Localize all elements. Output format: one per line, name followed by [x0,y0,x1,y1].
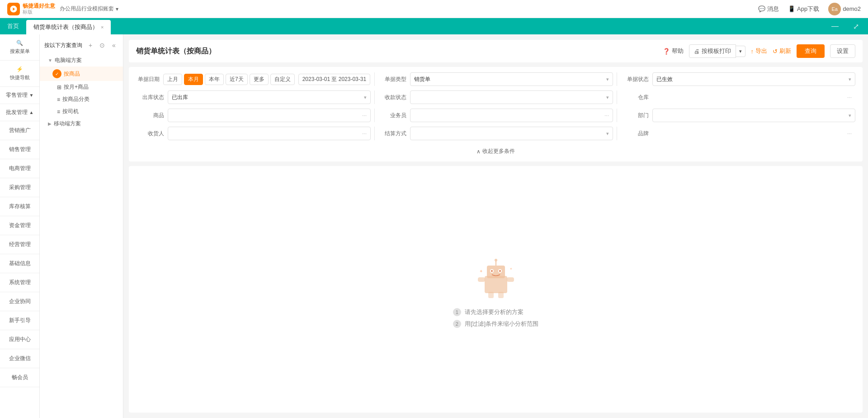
sidebar-item-quicknav[interactable]: ⚡ 快捷导航 [0,61,39,87]
user-menu[interactable]: Ea demo2 [828,3,861,15]
logo-text: 畅捷通好生意 标版 [23,3,55,15]
filter-out-status-item: 出库状态 已出库 ▾ [136,90,371,104]
collapse-arrow-icon: ∧ [476,148,481,155]
collapse-more-btn[interactable]: ∧ 收起更多条件 [136,145,855,156]
desktop-section-header[interactable]: ▼ 电脑端方案 [40,54,123,66]
mobile-section-header[interactable]: ▶ 移动端方案 [40,118,123,130]
sidebar-item-basic[interactable]: 基础信息 [0,254,39,273]
filter-warehouse-label: 仓库 [621,94,652,101]
tab-minimize-icon[interactable]: — [826,22,844,30]
date-current-month-btn[interactable]: 本月 [184,74,203,85]
filter-payment-status-control[interactable]: ▾ [410,90,613,104]
export-btn[interactable]: ↑ 导出 [751,47,768,55]
wholesale-arrow-icon: ▲ [29,110,34,115]
receiver-dots-icon: ··· [362,130,367,137]
main-layout: 🔍 搜索菜单 ⚡ 快捷导航 零售管理 ▼ 批发管理 ▲ 营销推广 销售管理 电商… [0,34,868,418]
divider-6 [617,109,617,122]
dept-arrow-icon: ▾ [849,113,851,119]
scheme-item-by-product[interactable]: ✓ 按商品 [40,66,123,81]
empty-hints: 1 请先选择要分析的方案 2 用[过滤]条件来缩小分析范围 [453,308,538,328]
filter-out-status-control[interactable]: 已出库 ▾ [168,90,371,104]
sidebar-item-wechat[interactable]: 企业微信 [0,349,39,368]
filter-brand-control[interactable]: ··· [652,127,855,140]
tab-home[interactable]: 首页 [0,18,26,34]
print-btn[interactable]: 🖨 按模板打印 [689,44,736,58]
filter-settle-item: 结算方式 ▾ [378,127,613,140]
filter-area: 单据日期 上月 本月 本年 近7天 更多 自定义 2023-03-01 至 20… [129,67,863,162]
filter-product-label: 商品 [136,112,168,119]
refresh-btn[interactable]: ↺ 刷新 [773,47,791,55]
logo-area: 畅捷通好生意 标版 [7,3,55,15]
filter-salesperson-control[interactable]: ··· [410,109,613,122]
settings-btn[interactable]: 设置 [830,44,855,58]
date-last-7-btn[interactable]: 近7天 [226,74,248,85]
filter-settle-control[interactable]: ▾ [410,127,613,140]
tab-expand-icon[interactable]: ⤢ [848,22,864,31]
filter-receiver-item: 收货人 ··· [136,127,371,140]
topbar-subtitle-dropdown[interactable]: 办公用品行业模拟账套 ▾ [60,5,118,13]
divider-2 [617,72,617,86]
svg-rect-0 [485,276,507,293]
date-current-year-btn[interactable]: 本年 [205,74,224,85]
date-custom-btn[interactable]: 自定义 [270,74,295,85]
tab-active[interactable]: 销货单统计表（按商品） × [26,20,111,34]
print-split-btn: 🖨 按模板打印 ▾ [689,44,745,58]
date-more-btn[interactable]: 更多 [250,74,269,85]
sidebar-item-finance[interactable]: 资金管理 [0,216,39,235]
scheme-item-by-category[interactable]: ≡ 按商品分类 [40,93,123,105]
sidebar-item-marketing[interactable]: 营销推广 [0,121,39,140]
filter-doc-type-control[interactable]: 销货单 ▾ [410,72,613,86]
divider-5 [374,109,375,122]
query-btn[interactable]: 查询 [797,44,825,58]
sidebar-item-purchase[interactable]: 采购管理 [0,178,39,197]
sidebar-item-member[interactable]: 畅会员 [0,368,39,387]
sidebar-item-inventory[interactable]: 库存核算 [0,197,39,216]
filter-dept-label: 部门 [621,112,652,119]
divider-7 [374,127,375,140]
svg-rect-8 [478,277,485,282]
grid-icon: ⊞ [57,84,61,90]
payment-status-arrow-icon: ▾ [606,95,609,100]
help-btn[interactable]: ❓ 帮助 [663,47,684,55]
sidebar-item-system[interactable]: 系统管理 [0,273,39,292]
filter-receiver-control[interactable]: ··· [168,127,371,140]
sidebar-item-wholesale[interactable]: 批发管理 ▲ [0,104,39,121]
filter-dept-control[interactable]: ▾ [652,109,855,122]
filter-brand-label: 品牌 [621,130,652,138]
filter-doc-status-control[interactable]: 已生效 ▾ [652,72,855,86]
filter-doc-status-label: 单据状态 [621,76,652,83]
filter-date-item: 单据日期 上月 本月 本年 近7天 更多 自定义 2023-03-01 至 20… [136,74,371,85]
app-download-btn[interactable]: 📱 App下载 [788,5,819,13]
message-btn[interactable]: 💬 消息 [758,5,779,13]
filter-product-item: 商品 ··· [136,109,371,122]
sidebar-item-appcenter[interactable]: 应用中心 [0,330,39,349]
filter-product-control[interactable]: ··· [168,109,371,122]
sidebar-item-newbie[interactable]: 新手引导 [0,311,39,330]
tab-close-icon[interactable]: × [101,24,104,30]
retail-arrow-icon: ▼ [29,93,34,98]
filter-warehouse-control[interactable]: ··· [652,90,855,104]
sidebar-item-collab[interactable]: 企业协同 [0,292,39,311]
sidebar-item-search[interactable]: 🔍 搜索菜单 [0,34,39,61]
content-area: 销货单统计表（按商品） ❓ 帮助 🖨 按模板打印 ▾ ↑ 导出 [123,34,868,418]
date-range-input[interactable]: 2023-03-01 至 2023-03-31 [298,74,370,85]
sidebar-item-sales[interactable]: 销售管理 [0,140,39,159]
collapse-panel-btn[interactable]: « [109,41,118,50]
svg-rect-1 [487,266,505,278]
filter-brand-item: 品牌 ··· [621,127,855,140]
scheme-item-by-month-product[interactable]: ⊞ 按月+商品 [40,81,123,93]
sidebar-item-ecommerce[interactable]: 电商管理 [0,159,39,178]
print-dropdown-btn[interactable]: ▾ [736,46,745,57]
logo-icon [7,3,20,15]
scheme-item-by-cashier[interactable]: ≡ 按司机 [40,105,123,118]
print-icon: 🖨 [694,48,700,55]
settings-scheme-btn[interactable]: ⊙ [98,41,107,50]
sidebar-item-operation[interactable]: 经营管理 [0,235,39,254]
page-title: 销货单统计表（按商品） [136,47,216,56]
filter-warehouse-item: 仓库 ··· [621,90,855,104]
add-scheme-btn[interactable]: + [86,41,95,50]
date-last-month-btn[interactable]: 上月 [163,74,182,85]
sidebar-item-retail[interactable]: 零售管理 ▼ [0,87,39,104]
svg-rect-11 [498,292,504,298]
filter-payment-status-label: 收款状态 [378,94,410,101]
